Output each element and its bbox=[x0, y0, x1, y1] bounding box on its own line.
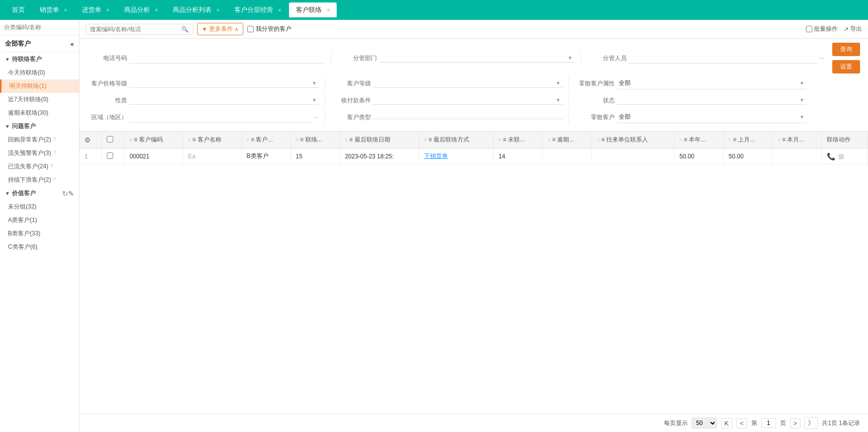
problem-group[interactable]: ▼ 问题客户 bbox=[0, 120, 79, 133]
sidebar-item-7days[interactable]: 近7天待联络(0) bbox=[0, 93, 79, 106]
th-gear[interactable]: ⚙ bbox=[79, 132, 102, 148]
search-icon[interactable]: 🔍 bbox=[181, 26, 189, 33]
th-type[interactable]: ≡ 客户... bbox=[241, 132, 290, 148]
next-page-btn[interactable]: > bbox=[790, 418, 801, 429]
filter-arrow: ∧ bbox=[234, 26, 239, 33]
gender-select[interactable]: ▼ bbox=[129, 96, 319, 105]
retail-customer-select[interactable]: 全部 ▼ bbox=[617, 111, 806, 123]
dept-select[interactable]: ▼ bbox=[379, 54, 575, 63]
sidebar-item-at-risk[interactable]: 流失预警客户(3) ? bbox=[0, 146, 79, 160]
nav-home[interactable]: 首页 bbox=[5, 2, 32, 17]
prev-page-btn[interactable]: < bbox=[736, 418, 747, 429]
nav-product-analysis[interactable]: 商品分析 × bbox=[117, 2, 165, 17]
batch-checkbox[interactable] bbox=[806, 26, 812, 32]
all-customers-header[interactable]: 全部客户 « bbox=[0, 35, 79, 53]
row-checkbox[interactable] bbox=[102, 148, 125, 164]
th-last-date[interactable]: ≡ 最后联络日期 bbox=[340, 132, 419, 148]
area-input[interactable] bbox=[129, 112, 312, 123]
th-contacts[interactable]: ≡ 联络... bbox=[290, 132, 340, 148]
value-group[interactable]: ▼ 价值客户 ↻ ✎ bbox=[0, 187, 79, 200]
nav-product-list[interactable]: 商品分析列表 × bbox=[166, 2, 226, 17]
close-list-icon[interactable]: × bbox=[217, 7, 219, 13]
first-page-btn[interactable]: K bbox=[721, 418, 732, 429]
sidebar-item-tomorrow[interactable]: 明天待联络(1) bbox=[0, 79, 79, 93]
close-analysis-icon[interactable]: × bbox=[155, 7, 158, 13]
collapse-icon[interactable]: « bbox=[71, 40, 74, 48]
phone-label: 电话号码 bbox=[87, 54, 127, 63]
method-link[interactable]: 下销货单 bbox=[424, 152, 448, 159]
th-code[interactable]: ≡ 客户编码 bbox=[124, 132, 183, 148]
my-customers-toggle[interactable]: 我分管的客户 bbox=[247, 25, 291, 33]
row-name[interactable]: Ea bbox=[183, 148, 241, 164]
divider-5 bbox=[325, 93, 325, 107]
close-tier-icon[interactable]: × bbox=[278, 7, 281, 13]
row-actions: 📞 ⊞ bbox=[822, 148, 868, 164]
sidebar-item-lost[interactable]: 已流失客户(24) ? bbox=[0, 160, 79, 173]
nav-customer-tier[interactable]: 客户分层经营 × bbox=[227, 2, 288, 17]
search-input[interactable] bbox=[90, 26, 179, 33]
filter-btn[interactable]: ▼ 更多条件 ∧ bbox=[197, 23, 243, 35]
th-checkbox bbox=[102, 132, 125, 148]
sidebar-item-b-class[interactable]: B类客户(33) bbox=[0, 227, 79, 240]
sidebar-search-input[interactable] bbox=[4, 24, 78, 31]
gear-icon[interactable]: ⚙ bbox=[84, 136, 91, 144]
sidebar-item-overdue[interactable]: 逾期未联络(30) bbox=[0, 106, 79, 120]
customer-grade-select[interactable]: ▼ bbox=[373, 79, 563, 88]
th-unit-contacts[interactable]: ≡ 往来单位联系人 bbox=[592, 132, 674, 148]
th-this-year[interactable]: ≡ 本年... bbox=[674, 132, 723, 148]
th-not-contacted[interactable]: ≡ 未联... bbox=[494, 132, 543, 148]
sidebar-item-abnormal[interactable]: 回购异常客户(2) ? bbox=[0, 133, 79, 146]
action-phone-icon[interactable]: 📞 bbox=[827, 152, 835, 160]
filter-label: 更多条件 bbox=[209, 25, 233, 33]
price-grade-select[interactable]: ▼ bbox=[129, 79, 319, 88]
payment-select[interactable]: ▼ bbox=[373, 96, 563, 105]
refresh-icon[interactable]: ↻ bbox=[62, 190, 68, 198]
phone-input[interactable] bbox=[129, 53, 325, 64]
gender-label: 性质 bbox=[87, 96, 127, 105]
row-last-method[interactable]: 下销货单 bbox=[419, 148, 494, 164]
customer-type-select[interactable] bbox=[373, 116, 563, 119]
nav-customer-contact[interactable]: 客户联络 × bbox=[289, 2, 337, 17]
person-ellipsis[interactable]: ··· bbox=[819, 55, 824, 62]
pending-contact-group[interactable]: ▼ 待联络客户 bbox=[0, 53, 79, 66]
close-contact-icon[interactable]: × bbox=[327, 7, 330, 13]
sidebar-item-ungrouped[interactable]: 未分组(32) bbox=[0, 200, 79, 214]
select-all-checkbox[interactable] bbox=[107, 136, 113, 143]
last-page-btn[interactable]: 》 bbox=[804, 417, 818, 429]
sidebar-item-today[interactable]: 今天待联络(0) bbox=[0, 66, 79, 79]
sidebar-item-declining[interactable]: 持续下滑客户(2) ? bbox=[0, 173, 79, 187]
main-layout: 🔍 全部客户 « ▼ 待联络客户 今天待联络(0) 明天待联络(1) 近7天待联… bbox=[0, 20, 868, 432]
my-customers-checkbox[interactable] bbox=[247, 26, 254, 32]
sidebar-item-c-class[interactable]: C类客户(6) bbox=[0, 240, 79, 254]
page-size-select[interactable]: 50 100 200 bbox=[692, 418, 717, 429]
gender-arrow: ▼ bbox=[312, 97, 317, 103]
retail-attr-select[interactable]: 全部 ▼ bbox=[617, 77, 806, 89]
close-purchase-icon[interactable]: × bbox=[106, 7, 109, 13]
th-overdue[interactable]: ≡ 逾期... bbox=[543, 132, 592, 148]
th-name[interactable]: ≡ 客户名称 bbox=[183, 132, 241, 148]
row-num: 1 bbox=[79, 148, 102, 164]
close-sales-icon[interactable]: × bbox=[64, 7, 67, 13]
pending-label: 待联络客户 bbox=[12, 55, 42, 64]
export-label: 导出 bbox=[850, 25, 862, 33]
person-input[interactable] bbox=[629, 53, 817, 64]
th-last-month[interactable]: ≡ 上月... bbox=[723, 132, 773, 148]
status-select[interactable]: ▼ bbox=[617, 96, 806, 105]
area-ellipsis[interactable]: ··· bbox=[314, 114, 319, 121]
th-this-month[interactable]: ≡ 本月... bbox=[773, 132, 822, 148]
row-select-checkbox[interactable] bbox=[107, 152, 113, 159]
th-last-method[interactable]: ≡ 最后联络方式 bbox=[419, 132, 494, 148]
query-btn[interactable]: 查询 bbox=[832, 43, 860, 56]
page-input[interactable] bbox=[761, 418, 776, 428]
batch-ops-btn[interactable]: 批量操作 bbox=[806, 25, 838, 33]
page-label: 第 bbox=[751, 419, 757, 428]
export-btn[interactable]: ↗ 导出 bbox=[844, 25, 862, 33]
row-this-month bbox=[773, 148, 822, 164]
sidebar-item-a-class[interactable]: A类客户(1) bbox=[0, 214, 79, 227]
retail-customer-value: 全部 bbox=[619, 113, 631, 121]
settings-btn[interactable]: 设置 bbox=[832, 60, 860, 73]
nav-purchase[interactable]: 进货单 × bbox=[75, 2, 116, 17]
edit-icon[interactable]: ✎ bbox=[68, 190, 74, 198]
nav-sales[interactable]: 销货单 × bbox=[33, 2, 74, 17]
action-grid-icon[interactable]: ⊞ bbox=[838, 152, 844, 160]
